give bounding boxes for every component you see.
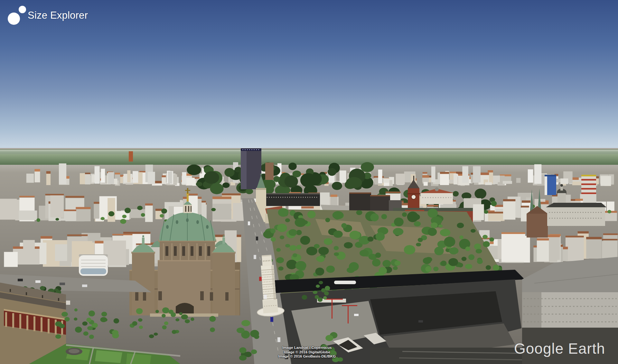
blue-highrise xyxy=(545,175,556,195)
sky xyxy=(0,0,618,152)
construction-crane xyxy=(348,306,349,323)
curved-white-building xyxy=(79,254,108,276)
google-earth-viewport[interactable]: Size Explorer Image Landsat / Copernicus… xyxy=(0,0,618,364)
logo-small-circle-icon xyxy=(19,6,26,13)
attribution-line: Image © 2016 GeoBasis-DE/BKG xyxy=(278,354,336,359)
logo-large-circle-icon xyxy=(8,13,20,25)
red-white-highrise xyxy=(581,175,596,195)
rathaus-clock xyxy=(411,195,416,199)
orange-chimney-far xyxy=(129,151,133,162)
river-boat xyxy=(334,281,356,284)
building-banner xyxy=(265,163,274,180)
cathedral-gold-spire xyxy=(187,194,189,201)
logo-title: Size Explorer xyxy=(28,10,88,21)
attribution-line: Image Landsat / Copernicus xyxy=(278,346,336,350)
attribution-line: Image © 2016 DigitalGlobe xyxy=(278,350,336,355)
size-explorer-logo[interactable]: Size Explorer xyxy=(8,5,88,26)
construction-crane xyxy=(332,299,332,319)
city-3d-scene xyxy=(0,0,618,364)
imagery-attribution: Image Landsat / Copernicus Image © 2016 … xyxy=(278,346,336,359)
google-earth-watermark: Google Earth xyxy=(514,340,605,357)
